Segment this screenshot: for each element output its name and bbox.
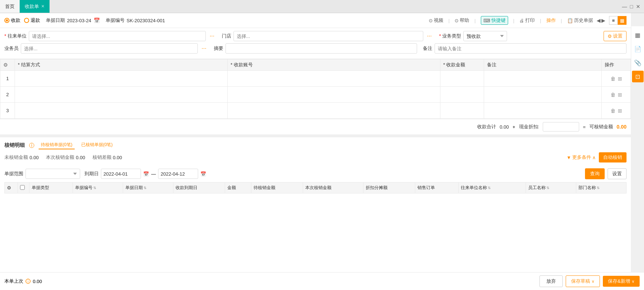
range-select[interactable] (25, 169, 80, 179)
discard-button[interactable]: 放弃 (539, 275, 563, 287)
nav-next-btn[interactable]: ▶ (601, 17, 605, 23)
remark-label: 备注 (423, 45, 432, 52)
shortcut-icon: ⌨ (483, 18, 490, 23)
maximize-button[interactable]: □ (630, 4, 633, 9)
view-list-btn[interactable]: ≡ (609, 16, 618, 25)
date-label: 到期日 (85, 171, 99, 177)
counterparty-more-btn[interactable]: ··· (208, 33, 216, 39)
auto-hexiao-btn[interactable]: 自动核销 (599, 152, 627, 162)
date-icon[interactable]: 📅 (94, 17, 100, 23)
save-new-button[interactable]: 保存&新增 ∨ (603, 276, 640, 287)
tab-receipt[interactable]: 收款单 ✕ (20, 0, 50, 13)
tab-close-icon[interactable]: ✕ (41, 4, 44, 9)
col-gear-header[interactable]: ⚙ (0, 59, 15, 71)
amount-1[interactable] (440, 71, 484, 87)
row-num-3: 3 (0, 103, 15, 119)
copy-icon-1[interactable]: ⊞ (618, 76, 622, 82)
amount-3[interactable] (440, 103, 484, 119)
remark-2[interactable] (484, 87, 601, 103)
staff-more-btn[interactable]: ··· (200, 45, 208, 52)
docno-label: 单据编号 (106, 17, 125, 24)
hexiao-section: 核销明细 i 待核销单据(0笔) 已核销单据(0笔) 未核销金额 0.00 本次… (0, 137, 631, 197)
hexiao-settings-btn[interactable]: 设置 (608, 168, 627, 179)
date-value: 2023-03-24 (67, 18, 91, 23)
help-btn[interactable]: ⊙ 帮助 (455, 17, 469, 24)
amount-2[interactable] (440, 87, 484, 103)
discount-input[interactable] (543, 122, 579, 132)
biztype-label: 业务类型 (439, 33, 461, 39)
col-action-header: 操作 (602, 59, 631, 71)
sidebar-expand-icon[interactable]: ⊡ (632, 71, 644, 82)
delete-icon-3[interactable]: 🗑 (610, 108, 616, 114)
settings-button[interactable]: ⚙ 设置 (604, 31, 627, 41)
settle-method-2[interactable] (15, 87, 228, 103)
remark-1[interactable] (484, 71, 601, 87)
shortcut-btn[interactable]: ⌨ 快捷键 (481, 16, 508, 25)
video-btn[interactable]: ⊙ 视频 (429, 17, 443, 24)
btcol-docdate: 单据日期⇅ (123, 183, 173, 193)
sidebar-doc-icon[interactable]: 📄 (632, 43, 644, 55)
bottom-table: ⚙ 单据类型 单据编号⇅ 单据日期⇅ (4, 182, 627, 193)
tab-home[interactable]: 首页 (0, 0, 20, 13)
copy-icon-3[interactable]: ⊞ (618, 108, 622, 114)
date-from-input[interactable] (101, 169, 141, 179)
remark-input[interactable] (435, 43, 627, 54)
cal-from-icon[interactable]: 📅 (143, 171, 149, 177)
print-label: 打印 (525, 17, 535, 24)
btcol-doctype: 单据类型 (30, 183, 73, 193)
btcol-counterparty: 往来单位名称⇅ (458, 183, 526, 193)
counterparty-input[interactable] (29, 31, 206, 41)
nav-prev-btn[interactable]: ◀ (597, 17, 601, 23)
biztype-select[interactable]: 预收款 (463, 31, 507, 41)
btcol-gear[interactable]: ⚙ (5, 183, 18, 193)
toolbar-right: ⊙ 视频 | ⊙ 帮助 | ⌨ 快捷键 | 🖨 (429, 16, 627, 25)
staff-input[interactable] (21, 43, 198, 54)
diff-amount-value: 0.00 (113, 155, 122, 160)
radio-tuikuan[interactable]: 退款 (24, 17, 40, 24)
shortcut-label: 快捷键 (491, 17, 506, 24)
sidebar-table-icon[interactable]: ▦ (632, 29, 644, 41)
sidebar-attach-icon[interactable]: 📎 (632, 57, 644, 68)
docno-value: SK-20230324-001 (127, 18, 165, 23)
account-2[interactable] (227, 87, 440, 103)
delete-icon-2[interactable]: 🗑 (610, 92, 616, 98)
remark-3[interactable] (484, 103, 601, 119)
account-1[interactable] (227, 71, 440, 87)
range-field: 单据范围 (4, 169, 80, 179)
cal-to-icon[interactable]: 📅 (200, 171, 206, 177)
btcol-checkbox (18, 183, 30, 193)
current-value: 0.00 (33, 279, 42, 284)
more-filter-btn[interactable]: ▼ 更多条件 ∧ (566, 154, 596, 161)
history-btn[interactable]: 📋 历史单据 (567, 17, 593, 24)
view-grid-btn[interactable]: ▦ (618, 16, 627, 25)
operation-btn[interactable]: 操作 (546, 17, 556, 24)
save-draft-button[interactable]: 保存草稿 ∨ (566, 275, 600, 287)
settle-method-1[interactable] (15, 71, 228, 87)
btcol-staff: 员工名称⇅ (526, 183, 576, 193)
hexiao-info-icon[interactable]: i (29, 143, 34, 148)
summary-row: 收款合计 0.00 + 现金折扣: = 可核销金额 0.00 (0, 119, 631, 134)
row-num-1: 1 (0, 71, 15, 87)
settle-method-3[interactable] (15, 103, 228, 119)
hexiao-tab-pending[interactable]: 待核销单据(0笔) (39, 141, 75, 149)
available-label: 可核销金额 (589, 124, 613, 130)
footer-info-icon[interactable]: ⓘ (25, 279, 31, 284)
query-button[interactable]: 查询 (585, 168, 605, 179)
form-area: 往来单位 ··· 门店 ··· 业务类型 预收款 (0, 28, 631, 59)
select-all-checkbox[interactable] (20, 185, 25, 190)
minimize-button[interactable]: — (622, 4, 627, 9)
print-btn[interactable]: 🖨 打印 (519, 17, 535, 24)
account-3[interactable] (227, 103, 440, 119)
settings-label: 设置 (613, 33, 623, 39)
copy-icon-2[interactable]: ⊞ (618, 92, 622, 98)
date-to-input[interactable] (158, 169, 198, 179)
store-more-btn[interactable]: ··· (425, 33, 433, 39)
store-input[interactable] (233, 31, 423, 41)
radio-shoukuan[interactable]: 收款 (4, 17, 20, 24)
delete-icon-1[interactable]: 🗑 (610, 76, 616, 82)
summary-input[interactable] (225, 43, 417, 54)
hexiao-tab-done[interactable]: 已核销单据(0笔) (79, 141, 115, 149)
summary-field: 摘要 (214, 43, 417, 54)
close-button[interactable]: ✕ (636, 4, 640, 9)
footer-left: 本单上次 ⓘ 0.00 (4, 278, 42, 285)
